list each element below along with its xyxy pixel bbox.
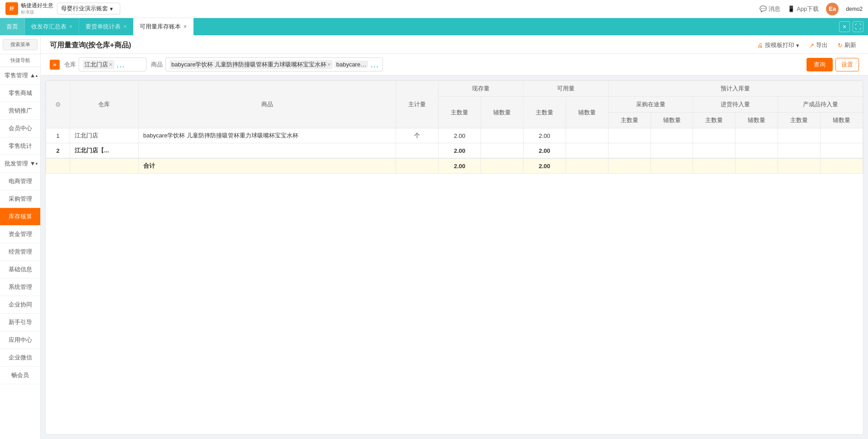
quick-nav-button[interactable]: 快捷导航	[0, 54, 40, 67]
refresh-button[interactable]: ↻ 刷新	[835, 40, 859, 51]
print-icon: 🖨	[757, 42, 763, 49]
product-tag-more: babycare…	[335, 61, 368, 68]
product-tag-main-label: babycare学饮杯 儿童防摔防撞吸管杯重力球吸嘴杯宝宝水杯	[171, 61, 326, 69]
sidebar-item-member-center[interactable]: 会员中心	[0, 120, 40, 137]
message-button[interactable]: 💬 消息	[760, 5, 780, 13]
footer-purchase-transit-main	[608, 158, 651, 174]
td-available-aux	[566, 143, 608, 159]
th-main-unit: 主计量	[396, 81, 439, 128]
config-icon[interactable]: ⚙	[55, 101, 61, 108]
sidebar-item-new-guide-label: 新手引导	[9, 318, 32, 326]
sidebar-item-member-club[interactable]: 畅会员	[0, 367, 40, 384]
export-icon: ↗	[809, 42, 814, 49]
td-main-unit: 个	[396, 128, 439, 143]
sidebar-item-retail-mall[interactable]: 零售商城	[0, 85, 40, 102]
table-container: ⚙ 仓库 商品 主计量 现存量 可用量 预计入库量 主数量 辅数量 主数量 辅数…	[45, 80, 863, 434]
filter-toggle-icon: »	[53, 61, 56, 68]
tab-order-stats-label: 要货单统计表	[85, 23, 121, 31]
td-inbound-pending-main	[693, 143, 736, 159]
tab-receive-summary-label: 收发存汇总表	[31, 23, 66, 31]
warehouse-tag-jiangbei-remove[interactable]: ×	[109, 61, 113, 68]
sidebar-item-member-center-label: 会员中心	[9, 124, 32, 132]
th-warehouse: 仓库	[70, 81, 139, 128]
sidebar-item-system-mgmt[interactable]: 系统管理	[0, 279, 40, 296]
td-product	[138, 143, 396, 159]
sidebar-item-retail-stats-label: 零售统计	[9, 142, 32, 150]
footer-current-main: 2.00	[439, 158, 481, 174]
sidebar-item-member-club-label: 畅会员	[11, 371, 29, 379]
td-inbound-pending-main	[693, 128, 736, 143]
warehouse-filter-tags[interactable]: 江北门店 × …	[79, 57, 146, 71]
sidebar-item-enterprise-collab-label: 企业协同	[9, 301, 32, 309]
sidebar-item-marketing-label: 营销推广	[9, 107, 32, 115]
tab-order-stats[interactable]: 要货单统计表 ×	[79, 18, 133, 35]
sidebar-item-operations-mgmt[interactable]: 经营管理	[0, 243, 40, 261]
product-tag-more-label: babycare…	[336, 61, 366, 68]
tab-available-inventory-close[interactable]: ×	[184, 24, 187, 30]
tab-close-button[interactable]: ×	[839, 21, 850, 32]
warehouse-more-button[interactable]: …	[116, 59, 125, 70]
sidebar-item-wholesale-mgmt-label: 批发管理 ▼	[5, 160, 35, 168]
sidebar-item-retail-mgmt[interactable]: 零售管理 ▲	[0, 67, 40, 85]
footer-available-aux	[566, 158, 608, 174]
tab-expand-button[interactable]: ⛶	[853, 21, 863, 32]
sidebar-item-new-guide[interactable]: 新手引导	[0, 314, 40, 331]
user-name[interactable]: demo2	[846, 6, 863, 12]
sidebar-item-app-center[interactable]: 应用中心	[0, 331, 40, 349]
td-main-unit	[396, 143, 439, 159]
refresh-icon: ↻	[838, 42, 843, 49]
filter-toggle-button[interactable]: »	[50, 60, 60, 70]
logo-text-block: 畅捷通好生意 标准版	[21, 2, 53, 15]
message-label: 消息	[769, 5, 780, 13]
sidebar-item-enterprise-collab[interactable]: 企业协同	[0, 296, 40, 314]
print-label: 按模板打印	[765, 41, 794, 49]
sidebar-item-basic-info-label: 基础信息	[9, 265, 32, 274]
warehouse-tag-jiangbei: 江北门店 ×	[83, 60, 114, 69]
sidebar-item-inventory-audit[interactable]: 库存核算	[0, 208, 40, 226]
sidebar-item-enterprise-wechat[interactable]: 企业微信	[0, 349, 40, 367]
sidebar-item-finance-mgmt[interactable]: 资金管理	[0, 226, 40, 243]
account-selector-label: 母婴行业演示账套	[61, 5, 108, 13]
footer-inbound-pending-aux	[736, 158, 778, 174]
th-inbound-pending-main: 主数量	[693, 113, 736, 128]
app-download-icon: 📱	[788, 5, 795, 12]
tab-order-stats-close[interactable]: ×	[123, 24, 127, 30]
app-download-label: App下载	[797, 5, 819, 13]
warehouse-filter: 仓库 江北门店 × …	[64, 57, 146, 71]
warehouse-filter-label: 仓库	[64, 61, 76, 69]
sidebar-item-basic-info[interactable]: 基础信息	[0, 261, 40, 279]
sidebar-item-retail-stats[interactable]: 零售统计	[0, 137, 40, 155]
td-product-pending-aux	[821, 143, 863, 159]
product-filter-tags[interactable]: babycare学饮杯 儿童防摔防撞吸管杯重力球吸嘴杯宝宝水杯 × babyca…	[165, 57, 383, 71]
product-tag-main: babycare学饮杯 儿童防摔防撞吸管杯重力球吸嘴杯宝宝水杯 ×	[170, 60, 333, 69]
tab-receive-summary-close[interactable]: ×	[69, 24, 72, 30]
query-button[interactable]: 查询	[807, 58, 833, 71]
app-download-button[interactable]: 📱 App下载	[788, 5, 819, 13]
table-row: 2 江北门店【... 2.00 2.00	[46, 143, 863, 159]
sidebar-item-retail-mgmt-label: 零售管理 ▲	[5, 71, 35, 80]
th-config[interactable]: ⚙	[46, 81, 70, 128]
logo-area: 好 畅捷通好生意 标准版	[5, 2, 53, 15]
avatar: Ea	[826, 3, 839, 15]
sidebar-item-purchase-mgmt[interactable]: 采购管理	[0, 190, 40, 208]
th-available-main: 主数量	[523, 97, 566, 128]
sidebar-item-wholesale-mgmt[interactable]: 批发管理 ▼	[0, 155, 40, 173]
sidebar-item-marketing[interactable]: 营销推广	[0, 102, 40, 120]
setting-button[interactable]: 设置	[835, 58, 859, 71]
tab-receive-summary[interactable]: 收发存汇总表 ×	[25, 18, 79, 35]
product-tag-main-remove[interactable]: ×	[327, 61, 331, 68]
print-button[interactable]: 🖨 按模板打印 ▾	[755, 40, 802, 51]
footer-empty2	[70, 158, 139, 174]
account-selector[interactable]: 母婴行业演示账套 ▾	[57, 3, 120, 14]
export-button[interactable]: ↗ 导出	[807, 40, 830, 51]
td-warehouse: 江北门店	[70, 128, 139, 143]
logo-line2: 标准版	[21, 9, 53, 15]
sidebar-item-ecommerce-mgmt[interactable]: 电商管理	[0, 173, 40, 190]
tab-home[interactable]: 首页	[0, 18, 25, 35]
th-current-stock-group: 现存量	[439, 81, 524, 97]
search-menu-button[interactable]: 搜索菜单	[3, 39, 38, 50]
product-more-button[interactable]: …	[370, 59, 379, 70]
page-actions: 🖨 按模板打印 ▾ ↗ 导出 ↻ 刷新	[755, 40, 859, 51]
tab-available-inventory[interactable]: 可用量库存账本 ×	[133, 18, 193, 35]
top-header: 好 畅捷通好生意 标准版 母婴行业演示账套 ▾ 💬 消息 📱 App下载 Ea …	[0, 0, 868, 18]
